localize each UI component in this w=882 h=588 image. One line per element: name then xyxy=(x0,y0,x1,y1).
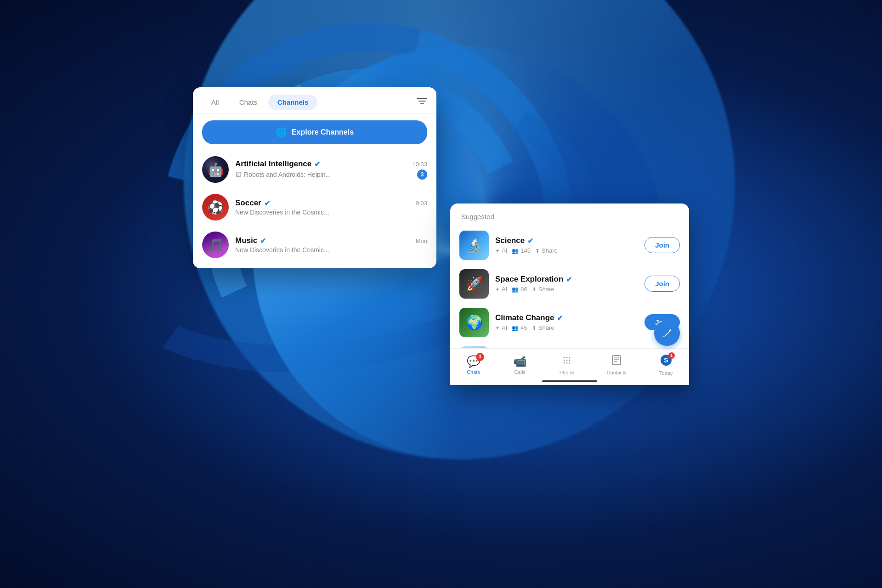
filter-icon[interactable] xyxy=(417,97,427,107)
phone-icon xyxy=(561,355,572,368)
left-panel: All Chats Channels 🌐 Explore Channels 🤖 xyxy=(193,87,436,268)
join-button-space[interactable]: Join xyxy=(645,276,680,292)
calls-icon: 📹 xyxy=(513,355,527,368)
tab-chats[interactable]: Chats xyxy=(230,95,266,110)
verified-badge-space: ✔ xyxy=(566,275,572,284)
channel-time-soccer: 9:03 xyxy=(416,200,427,207)
channel-preview-music: New Discoveries in the Cosmic... xyxy=(235,246,329,254)
nav-item-contacts[interactable]: Contacts xyxy=(599,352,634,378)
meta-members-science: 👥 145 xyxy=(512,247,531,254)
tab-channels[interactable]: Channels xyxy=(268,95,318,110)
channel-info-soccer: Soccer ✔ 9:03 New Discoveries in the Cos… xyxy=(235,198,427,216)
fab-compose-button[interactable] xyxy=(654,320,680,346)
nav-label-calls: Calls xyxy=(514,369,525,375)
meta-share-climate[interactable]: ⬆ Share xyxy=(532,324,554,331)
tabs-bar: All Chats Channels xyxy=(193,87,436,114)
meta-share-space[interactable]: ⬆ Share xyxy=(532,286,554,293)
unread-badge-ai: 3 xyxy=(417,170,427,180)
suggested-avatar-climate: 🌍 xyxy=(459,308,489,337)
suggested-name-science: Science ✔ xyxy=(495,236,638,245)
svg-point-9 xyxy=(563,362,565,363)
channel-item-music[interactable]: 🎵 Music ✔ Mon New Discoveries in the Cos… xyxy=(193,226,436,264)
verified-badge-climate: ✔ xyxy=(557,314,563,322)
suggested-name-climate: Climate Change ✔ xyxy=(495,313,638,322)
nav-item-today[interactable]: S 1 Today xyxy=(652,351,680,379)
suggested-avatar-science: 🔬 xyxy=(459,231,489,260)
meta-members-climate: 👥 45 xyxy=(512,324,527,331)
channel-list: 🤖 Artificial Intelligence ✔ 10:33 🖼 Robo xyxy=(193,149,436,268)
channel-preview-ai: 🖼 Robots and Androids: Helpin... xyxy=(235,171,331,178)
suggested-item-climate[interactable]: 🌍 Climate Change ✔ ✦ AI xyxy=(450,303,689,342)
home-indicator xyxy=(542,380,597,382)
channel-avatar-music: 🎵 xyxy=(202,232,229,258)
chats-badge: 3 xyxy=(476,353,484,361)
nav-item-chats[interactable]: 💬 3 Chats xyxy=(459,352,488,378)
verified-badge-soccer: ✔ xyxy=(264,199,270,208)
svg-point-5 xyxy=(569,356,570,358)
suggested-meta-space: ✦ AI 👥 86 ⬆ Share xyxy=(495,286,638,293)
panels-container: All Chats Channels 🌐 Explore Channels 🤖 xyxy=(0,0,882,588)
suggested-item-science[interactable]: 🔬 Science ✔ ✦ AI xyxy=(450,226,689,265)
meta-ai-science: ✦ AI xyxy=(495,247,507,254)
suggested-info-science: Science ✔ ✦ AI 👥 145 xyxy=(495,236,638,254)
svg-point-10 xyxy=(566,362,567,363)
meta-ai-climate: ✦ AI xyxy=(495,324,507,331)
suggested-name-space: Space Exploration ✔ xyxy=(495,275,638,284)
channel-avatar-ai: 🤖 xyxy=(202,156,229,183)
globe-icon: 🌐 xyxy=(276,127,287,138)
nav-label-chats: Chats xyxy=(467,369,480,375)
chats-icon: 💬 3 xyxy=(467,355,481,368)
tab-all[interactable]: All xyxy=(202,95,228,110)
contacts-icon xyxy=(611,355,622,368)
suggested-info-climate: Climate Change ✔ ✦ AI 👥 45 xyxy=(495,313,638,331)
nav-item-phone[interactable]: Phone xyxy=(552,352,582,378)
explore-channels-button[interactable]: 🌐 Explore Channels xyxy=(202,120,427,144)
svg-point-8 xyxy=(569,359,570,361)
today-badge: 1 xyxy=(668,352,675,359)
svg-point-11 xyxy=(569,362,570,363)
suggested-avatar-space: 🚀 xyxy=(459,269,489,299)
channel-name-music: Music ✔ xyxy=(235,236,266,245)
channel-avatar-soccer: ⚽ xyxy=(202,194,229,220)
svg-rect-12 xyxy=(612,356,621,365)
svg-point-3 xyxy=(563,356,565,358)
meta-ai-space: ✦ AI xyxy=(495,286,507,293)
channel-info-ai: Artificial Intelligence ✔ 10:33 🖼 Robots… xyxy=(235,159,427,180)
nav-label-contacts: Contacts xyxy=(607,370,627,375)
meta-share-science[interactable]: ⬆ Share xyxy=(535,247,558,254)
bottom-nav: 💬 3 Chats 📹 Calls xyxy=(450,348,689,385)
channel-info-music: Music ✔ Mon New Discoveries in the Cosmi… xyxy=(235,236,427,254)
right-panel-wrapper: Suggested 🔬 Science ✔ xyxy=(450,204,689,385)
verified-badge-science: ✔ xyxy=(527,237,533,245)
meta-members-space: 👥 86 xyxy=(512,286,527,293)
verified-badge-music: ✔ xyxy=(260,237,266,245)
suggested-header: Suggested xyxy=(450,204,689,226)
channel-item-soccer[interactable]: ⚽ Soccer ✔ 9:03 New Discoveries in the C… xyxy=(193,188,436,226)
channel-time-music: Mon xyxy=(416,237,427,244)
right-panel: Suggested 🔬 Science ✔ xyxy=(450,204,689,385)
svg-point-4 xyxy=(566,356,567,358)
channel-preview-soccer: New Discoveries in the Cosmic... xyxy=(235,209,329,216)
suggested-item-space[interactable]: 🚀 Space Exploration ✔ ✦ AI xyxy=(450,265,689,303)
channel-name-soccer: Soccer ✔ xyxy=(235,198,270,208)
explore-channels-label: Explore Channels xyxy=(292,128,354,136)
suggested-meta-climate: ✦ AI 👥 45 ⬆ Share xyxy=(495,324,638,331)
image-icon: 🖼 xyxy=(235,171,241,178)
today-icon: S 1 xyxy=(660,354,672,369)
suggested-info-space: Space Exploration ✔ ✦ AI 👥 86 xyxy=(495,275,638,293)
svg-text:S: S xyxy=(664,356,668,364)
svg-point-6 xyxy=(563,359,565,361)
nav-label-phone: Phone xyxy=(560,370,574,375)
join-button-science[interactable]: Join xyxy=(645,237,680,253)
suggested-meta-science: ✦ AI 👥 145 ⬆ Share xyxy=(495,247,638,254)
channel-time-ai: 10:33 xyxy=(412,161,427,168)
verified-badge-ai: ✔ xyxy=(314,160,320,169)
svg-point-7 xyxy=(566,359,567,361)
channel-name-ai: Artificial Intelligence ✔ xyxy=(235,159,320,169)
nav-item-calls[interactable]: 📹 Calls xyxy=(506,352,534,378)
nav-label-today: Today xyxy=(659,370,673,376)
svg-rect-18 xyxy=(662,336,665,337)
channel-item-ai[interactable]: 🤖 Artificial Intelligence ✔ 10:33 🖼 Robo xyxy=(193,151,436,188)
